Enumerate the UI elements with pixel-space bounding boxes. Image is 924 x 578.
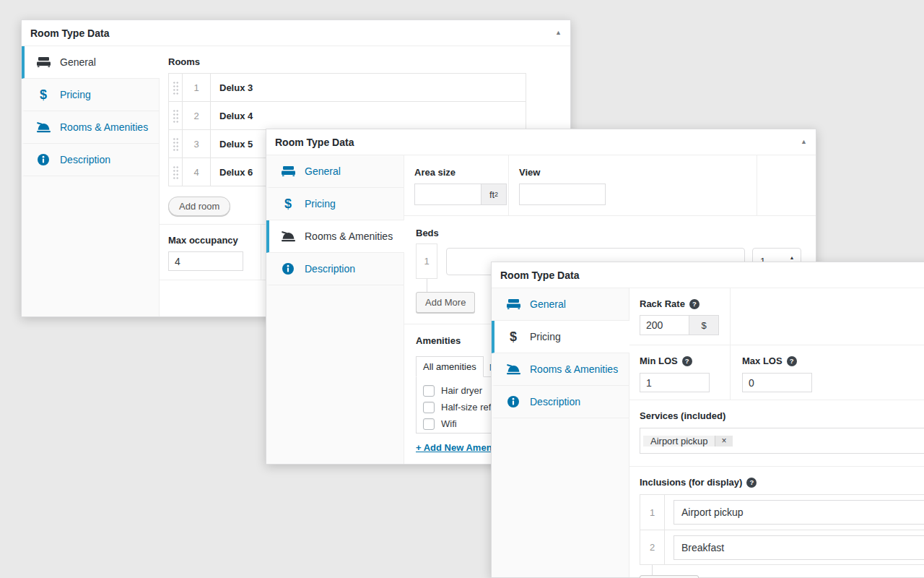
rack-rate-input[interactable] <box>640 315 689 335</box>
amenity-checkbox[interactable] <box>423 402 435 413</box>
metabox-header: Room Type Data ▲ <box>492 262 924 288</box>
drag-handle[interactable] <box>169 102 183 129</box>
row-connector <box>652 565 653 575</box>
drag-handle-icon <box>173 81 179 95</box>
tab-description[interactable]: Description <box>266 253 404 285</box>
min-los-input[interactable] <box>640 373 710 392</box>
room-index: 1 <box>183 74 211 101</box>
area-size-label: Area size <box>414 167 508 178</box>
metabox-title: Room Type Data <box>30 27 109 39</box>
bed-index: 1 <box>416 243 437 279</box>
table-row: 2 Delux 4 <box>169 102 526 130</box>
tab-pricing[interactable]: $ Pricing <box>492 321 629 353</box>
tab-sidebar: General $ Pricing Rooms & Amenities Desc… <box>266 155 404 464</box>
add-more-bed-button[interactable]: Add More <box>416 292 475 313</box>
dollar-icon: $ <box>506 329 520 345</box>
beds-label: Beds <box>416 228 804 238</box>
metabox-title: Room Type Data <box>500 269 579 281</box>
tab-rooms-amenities[interactable]: Rooms & Amenities <box>266 220 404 253</box>
dollar-icon: $ <box>281 197 295 212</box>
tab-general[interactable]: General <box>492 288 629 321</box>
metabox-title: Room Type Data <box>275 137 354 148</box>
max-occupancy-input[interactable] <box>168 251 243 271</box>
tab-label: Rooms & Amenities <box>530 363 618 375</box>
drag-handle[interactable] <box>169 74 183 101</box>
amenity-checkbox[interactable] <box>423 385 435 397</box>
info-icon <box>36 154 51 165</box>
min-los-label: Min LOS <box>640 355 678 366</box>
tab-rooms-amenities[interactable]: Rooms & Amenities <box>22 111 159 144</box>
drag-handle-icon <box>173 109 179 123</box>
tab-pricing[interactable]: $ Pricing <box>266 188 404 220</box>
stepper-up-icon[interactable]: ▲ <box>790 255 795 260</box>
collapse-toggle-icon[interactable]: ▲ <box>801 139 807 145</box>
tab-pricing[interactable]: $ Pricing <box>22 79 159 111</box>
row-connector <box>427 279 427 292</box>
room-service-icon <box>506 363 520 375</box>
tab-label: Description <box>305 263 355 275</box>
metabox-header: Room Type Data ▲ <box>22 20 570 46</box>
tab-label: General <box>60 56 96 68</box>
drag-handle[interactable] <box>169 158 183 186</box>
tab-label: Rooms & Amenities <box>60 121 148 133</box>
max-los-input[interactable] <box>742 373 812 392</box>
tab-sidebar: General $ Pricing Rooms & Amenities Desc… <box>492 288 629 577</box>
info-icon <box>281 263 295 275</box>
view-field-cell: View <box>509 155 757 215</box>
metabox-header: Room Type Data ▲ <box>266 129 816 155</box>
inclusion-input[interactable] <box>674 500 924 525</box>
inclusion-index: 1 <box>640 495 665 530</box>
room-name: Delux 4 <box>211 102 526 129</box>
collapse-toggle-icon[interactable]: ▲ <box>555 30 562 36</box>
min-los-field-cell: Min LOS ? <box>629 345 731 400</box>
tab-description[interactable]: Description <box>22 144 159 176</box>
rack-rate-label: Rack Rate <box>640 298 685 309</box>
help-icon[interactable]: ? <box>682 356 692 366</box>
tab-description[interactable]: Description <box>492 386 629 418</box>
add-new-amenity-link[interactable]: + Add New Amenity <box>416 442 503 453</box>
area-size-input[interactable] <box>414 184 481 205</box>
services-label: Services (included) <box>640 410 924 421</box>
tab-label: Pricing <box>530 331 561 342</box>
tab-general[interactable]: General <box>22 46 160 79</box>
inclusion-index: 2 <box>640 530 665 564</box>
help-icon[interactable]: ? <box>787 356 797 366</box>
add-room-button[interactable]: Add room <box>168 197 230 216</box>
bed-icon <box>281 166 295 176</box>
amenity-label[interactable]: Wifi <box>441 418 457 429</box>
drag-handle[interactable] <box>169 130 183 158</box>
room-index: 2 <box>183 102 211 129</box>
room-service-icon <box>281 230 295 242</box>
max-los-label: Max LOS <box>742 355 783 366</box>
tab-sidebar: General $ Pricing Rooms & Amenities Desc… <box>22 46 160 316</box>
room-index: 3 <box>183 130 211 158</box>
view-input[interactable] <box>519 184 606 205</box>
tab-all-amenities[interactable]: All amenities <box>416 356 484 377</box>
room-service-icon <box>36 121 51 133</box>
room-index: 4 <box>183 158 211 186</box>
remove-tag-icon[interactable]: × <box>715 436 732 447</box>
table-row: 2 <box>640 530 924 564</box>
services-multiselect[interactable]: Airport pickup × <box>640 428 924 454</box>
tab-rooms-amenities[interactable]: Rooms & Amenities <box>492 353 629 386</box>
bed-icon <box>506 299 520 309</box>
amenity-checkbox[interactable] <box>423 418 435 430</box>
tab-label: Description <box>530 396 580 407</box>
tab-general[interactable]: General <box>266 155 404 188</box>
view-label: View <box>519 167 757 178</box>
tab-label: General <box>305 165 341 177</box>
dollar-icon: $ <box>36 87 51 103</box>
tab-label: General <box>530 298 566 310</box>
tab-label: Pricing <box>60 89 91 100</box>
inclusions-label: Inclusions (for display) <box>640 477 742 488</box>
help-icon[interactable]: ? <box>746 478 757 488</box>
amenity-label[interactable]: Hair dryer <box>441 385 482 396</box>
table-row: 1 Delux 3 <box>169 74 526 102</box>
help-icon[interactable]: ? <box>689 299 699 309</box>
add-more-inclusion-button[interactable]: Add More <box>640 575 699 578</box>
inclusion-input[interactable] <box>674 535 924 560</box>
inclusions-table: 1 2 <box>640 494 924 565</box>
table-row: 1 <box>640 495 924 530</box>
info-icon <box>506 396 520 407</box>
rack-rate-field-cell: Rack Rate ? $ <box>629 288 731 345</box>
